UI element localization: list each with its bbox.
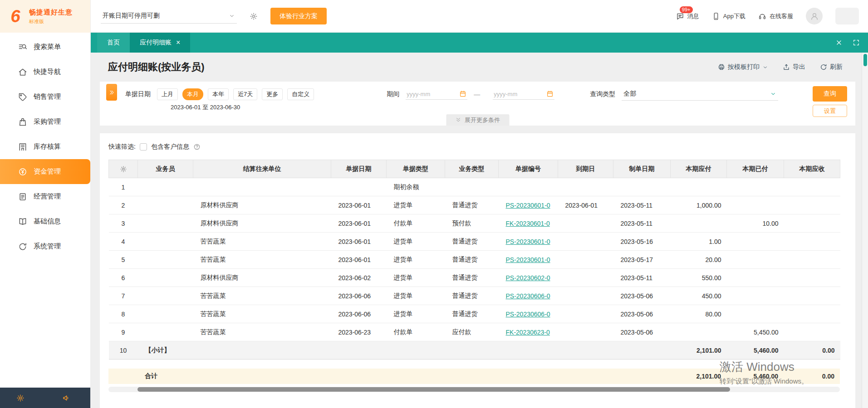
period-to-input[interactable] xyxy=(494,91,539,97)
table-row[interactable]: 1期初余额 xyxy=(109,178,840,196)
date-option[interactable]: 近7天 xyxy=(233,88,257,100)
sidebar-item-inventory-accounting[interactable]: 库存核算 xyxy=(0,134,90,159)
col-header-biz-type[interactable]: 业务类型 xyxy=(445,160,499,178)
home-icon xyxy=(18,68,27,77)
doc-number-link[interactable]: PS-20230601-0 xyxy=(506,202,550,209)
person-icon xyxy=(810,12,819,21)
sidebar-item-quick-nav[interactable]: 快捷导航 xyxy=(0,59,90,84)
date-option[interactable]: 上月 xyxy=(157,88,178,100)
vertical-scrollbar-thumb[interactable] xyxy=(863,54,867,66)
sidebar-item-funds-management[interactable]: 资金管理 xyxy=(0,159,90,184)
help-icon[interactable] xyxy=(193,143,201,151)
sidebar-item-label: 系统管理 xyxy=(34,242,61,251)
refresh-button[interactable]: 刷新 xyxy=(820,63,843,71)
col-header-doc-type[interactable]: 单据类型 xyxy=(387,160,445,178)
period-from-input[interactable] xyxy=(407,91,452,97)
sidebar-item-sales-management[interactable]: 销售管理 xyxy=(0,84,90,109)
table-row[interactable]: 4苦苦蔬菜2023-06-01进货单普通进货PS-20230601-02023-… xyxy=(109,233,840,251)
date-option[interactable]: 本月 xyxy=(182,88,203,100)
account-period-dropdown[interactable]: 开账日期可停用可删 xyxy=(101,9,237,24)
tab-home[interactable]: 首页 xyxy=(97,33,130,53)
avatar[interactable] xyxy=(806,8,823,24)
messages-label: 消息 xyxy=(687,12,699,20)
table-row[interactable]: 8苦苦蔬菜2023-06-06进货单普通进货PS-20230606-02023-… xyxy=(109,305,840,323)
sidebar: 6 畅捷通好生意 标准版 搜索菜单快捷导航销售管理采购管理库存核算资金管理经营管… xyxy=(0,0,91,408)
print-by-template-button[interactable]: 按模板打印 xyxy=(718,63,768,71)
query-type-select[interactable]: 全部 xyxy=(622,87,778,101)
col-header-doc-date[interactable]: 单据日期 xyxy=(331,160,387,178)
table-row[interactable]: 9苦苦蔬菜2023-06-23付款单应付款FK-20230623-02023-0… xyxy=(109,323,840,341)
close-all-icon[interactable] xyxy=(835,39,843,46)
calendar-icon[interactable] xyxy=(459,90,466,97)
date-option[interactable]: 本年 xyxy=(208,88,229,100)
doc-number-link[interactable]: FK-20230623-0 xyxy=(506,329,550,336)
table-row[interactable]: 7苦苦蔬菜2023-06-06进货单普通进货PS-20230606-02023-… xyxy=(109,287,840,305)
settings-gear-icon[interactable] xyxy=(16,394,25,402)
base-info-icon xyxy=(18,217,27,226)
doc-number-link[interactable]: PS-20230601-0 xyxy=(506,238,550,245)
table-row[interactable]: 3原材料供应商2023-06-01付款单预付款FK-20230601-02023… xyxy=(109,214,840,233)
col-header-counterparty[interactable]: 结算往来单位 xyxy=(193,160,331,178)
col-header-receivable[interactable]: 本期应收 xyxy=(784,160,840,178)
topbar-right: 99+ 消息 App下载 在线客服 xyxy=(676,8,859,24)
period-to-field[interactable] xyxy=(493,88,554,100)
doc-number-link[interactable]: PS-20230602-0 xyxy=(506,274,550,282)
sidebar-item-purchase-management[interactable]: 采购管理 xyxy=(0,109,90,134)
app-download-button[interactable]: App下载 xyxy=(712,12,745,20)
expand-more-conditions[interactable]: 展开更多条件 xyxy=(446,114,509,126)
date-option[interactable]: 自定义 xyxy=(287,88,314,100)
online-service-button[interactable]: 在线客服 xyxy=(758,12,793,20)
table-row[interactable]: 2原材料供应商2023-06-01进货单普通进货PS-20230601-0202… xyxy=(109,196,840,214)
calendar-icon[interactable] xyxy=(546,90,554,97)
period-separator: — xyxy=(474,91,480,98)
tab-payable-detail[interactable]: 应付明细账× xyxy=(130,33,190,53)
vertical-scrollbar[interactable] xyxy=(862,53,868,408)
col-header-paid[interactable]: 本期已付 xyxy=(727,160,784,178)
table-subtotal-row[interactable]: 10【小计】2,101.005,460.000.00 xyxy=(109,341,840,359)
quick-filter-label: 快速筛选: xyxy=(108,143,136,151)
tab-label: 应付明细账 xyxy=(140,39,172,47)
col-header-doc-no[interactable]: 单据编号 xyxy=(499,160,558,178)
col-header-create-date[interactable]: 制单日期 xyxy=(613,160,671,178)
doc-number-link[interactable]: PS-20230606-0 xyxy=(506,311,550,318)
account-settings-gear-icon[interactable] xyxy=(250,12,258,20)
doc-number-link[interactable]: PS-20230601-0 xyxy=(506,256,550,263)
col-header-settings[interactable] xyxy=(109,160,138,178)
sidebar-item-label: 快捷导航 xyxy=(34,68,61,76)
maximize-icon[interactable] xyxy=(853,39,860,46)
industry-solution-button[interactable]: 体验行业方案 xyxy=(270,8,327,24)
sidebar-item-system-management[interactable]: 系统管理 xyxy=(0,234,90,259)
table-row[interactable]: 6原材料供应商2023-06-02进货单普通进货PS-20230602-0202… xyxy=(109,269,840,287)
doc-date-label: 单据日期 xyxy=(125,90,151,98)
sidebar-footer xyxy=(0,388,90,408)
doc-number-link[interactable]: FK-20230601-0 xyxy=(506,220,550,227)
page-title: 应付明细账(按业务员) xyxy=(108,60,205,74)
user-menu[interactable] xyxy=(835,8,859,24)
tab-close-icon[interactable]: × xyxy=(176,39,180,46)
col-header-payable[interactable]: 本期应付 xyxy=(671,160,727,178)
sidebar-item-operations-management[interactable]: 经营管理 xyxy=(0,184,90,209)
logo-subtitle: 标准版 xyxy=(29,18,73,25)
include-customer-checkbox[interactable] xyxy=(140,143,147,151)
table-settings-gear-icon[interactable] xyxy=(120,165,127,173)
table-row[interactable]: 5苦苦蔬菜2023-06-01进货单普通进货PS-20230601-02023-… xyxy=(109,251,840,269)
col-header-due-date[interactable]: 到期日 xyxy=(558,160,613,178)
export-button[interactable]: 导出 xyxy=(783,63,805,71)
sidebar-item-search-menu[interactable]: 搜索菜单 xyxy=(0,34,90,59)
settings-button[interactable]: 设置 xyxy=(813,105,847,117)
collapse-filter-tab[interactable] xyxy=(106,84,117,101)
col-header-salesman[interactable]: 业务员 xyxy=(138,160,193,178)
logo-title: 畅捷通好生意 xyxy=(29,8,73,17)
sidebar-menu: 搜索菜单快捷导航销售管理采购管理库存核算资金管理经营管理基础信息系统管理 xyxy=(0,33,90,388)
horizontal-scrollbar[interactable] xyxy=(108,387,840,392)
sidebar-item-basic-info[interactable]: 基础信息 xyxy=(0,209,90,234)
announcement-speaker-icon[interactable] xyxy=(62,394,70,402)
messages-button[interactable]: 99+ 消息 xyxy=(676,12,699,20)
table-panel: 快速筛选: 包含客户信息 业务员结算往来单位单据日期单据类型业务类型单据编号到期… xyxy=(100,133,855,408)
date-option[interactable]: 更多 xyxy=(262,88,283,100)
doc-number-link[interactable]: PS-20230606-0 xyxy=(506,292,550,300)
period-from-field[interactable] xyxy=(406,88,467,100)
horizontal-scrollbar-thumb[interactable] xyxy=(137,387,730,392)
search-button[interactable]: 查询 xyxy=(813,86,847,102)
account-period-value: 开账日期可停用可删 xyxy=(103,12,160,20)
